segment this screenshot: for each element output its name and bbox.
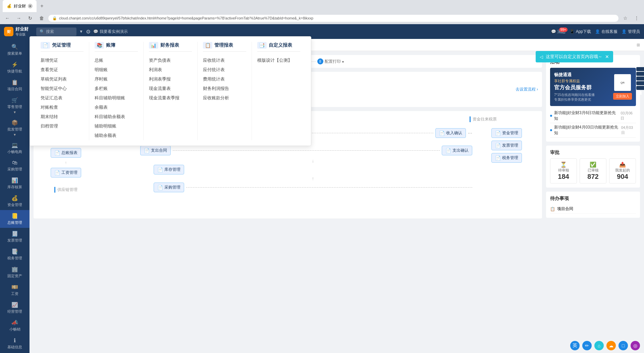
menu-item-archive[interactable]: 归档管理 — [41, 121, 84, 131]
edge-tab-community[interactable]: 服务社区 — [636, 81, 644, 85]
finance-report-title: 财务报表 — [160, 42, 179, 48]
menu-item-expense-stats[interactable]: 费用统计表 — [203, 74, 246, 84]
nav-expand-btn[interactable]: ⊞ — [637, 43, 640, 47]
bottom-btn-2[interactable]: ✏ — [582, 341, 592, 350]
online-service-btn[interactable]: 👤 在线客服 — [595, 29, 618, 35]
approval-stat-initiated[interactable]: 📤 我发起的 904 — [609, 158, 636, 184]
approval-stat-pending[interactable]: ⏳ 待审核 184 — [550, 158, 577, 184]
join-btn[interactable]: 立刻加入 — [613, 93, 632, 100]
salary-mgmt-node[interactable]: 📄 工资管理 — [51, 168, 81, 178]
menu-item-reconcile[interactable]: 对账检查 — [41, 103, 84, 112]
supply-chain-title: 供应链管理 — [54, 187, 77, 193]
sidebar-item-inventory[interactable]: 📊 库存核算 — [0, 174, 30, 192]
sidebar-item-retail[interactable]: 🛒 零售管理 ▼ — [0, 94, 30, 117]
menu-item-draft-voucher[interactable]: 草稿凭证列表 — [41, 74, 84, 84]
edge-tab-home-settings[interactable]: 首页设置 — [636, 67, 644, 71]
menu-item-receivable-analysis[interactable]: 应收账款分析 — [203, 93, 246, 103]
sidebar-item-purchase[interactable]: 🛍 采购管理 — [0, 157, 30, 174]
address-bar[interactable]: 🔒 cloud.chanjet.com/cc/u6d89qwnryel/57bf… — [48, 15, 619, 22]
tax-label: 税务管理 — [502, 155, 518, 161]
tip-close-btn[interactable]: ✕ — [605, 54, 609, 59]
menu-item-profit-quarterly[interactable]: 利润表季报 — [149, 74, 192, 84]
capital-mgmt-node[interactable]: 📄 资金管理 — [491, 128, 522, 138]
purchase-mgmt-node[interactable]: 📄 采购管理 — [154, 183, 184, 192]
header-dropdown-btn[interactable]: ▼ — [79, 29, 83, 34]
bottom-btn-6[interactable]: ◎ — [631, 341, 640, 350]
approved-value: 872 — [583, 173, 603, 181]
sidebar-operations-icon: 📈 — [11, 302, 18, 308]
nav-refresh-btn[interactable]: ↻ — [25, 13, 35, 23]
bottom-btn-3[interactable]: ⌂ — [594, 341, 604, 350]
tax-mgmt-node[interactable]: 📄 税务管理 — [491, 153, 522, 163]
sidebar-item-operations[interactable]: 📈 经营管理 — [0, 299, 30, 317]
menu-item-multi-column[interactable]: 多栏账 — [95, 84, 138, 93]
menu-item-general-ledger[interactable]: 总账 — [95, 56, 138, 65]
new-tab-btn[interactable]: + — [38, 2, 46, 10]
sidebar-item-shortcut[interactable]: ⚡ 快捷导航 — [0, 59, 30, 77]
menu-item-payable-stats[interactable]: 应付统计表 — [203, 65, 246, 74]
header-search-box[interactable]: 🔍 搜索 — [36, 28, 76, 36]
invoice-mgmt-node[interactable]: 📄 发票管理 — [491, 141, 522, 150]
menu-item-cashflow[interactable]: 现金流量表 — [149, 84, 192, 93]
sidebar-item-basic[interactable]: ℹ 基础信息 — [0, 335, 30, 352]
expense-confirm-node[interactable]: 📄 支出确认 — [442, 146, 472, 155]
news-item-2[interactable]: 新功能|好业财4月03日功能更新抢先知 04月03日 — [550, 123, 636, 138]
edge-tab-help[interactable]: 帮助中心 — [636, 72, 644, 76]
tab-close-btn[interactable]: × — [28, 4, 33, 8]
sidebar-item-wholesale[interactable]: 📦 批发管理 ▼ — [0, 117, 30, 139]
menu-item-voucher-summary[interactable]: 凭证汇总表 — [41, 93, 84, 103]
bottom-btn-4[interactable]: ☁ — [606, 341, 616, 350]
sidebar-item-marketing[interactable]: 📣 小畅销 — [0, 317, 30, 335]
active-tab[interactable]: 💰 好业财 × — [3, 0, 37, 12]
inventory-mgmt-node[interactable]: 📄 库存管理 — [154, 165, 184, 174]
menu-item-subject-balance[interactable]: 科目辅助余额表 — [95, 112, 138, 121]
menu-item-smart-voucher[interactable]: 智能凭证中心 — [41, 84, 84, 93]
browser-star-icon[interactable]: ☆ — [621, 13, 630, 23]
menu-item-receivable-stats[interactable]: 应收统计表 — [203, 56, 246, 65]
bottom-btn-5[interactable]: □ — [619, 341, 628, 350]
menu-item-add-voucher[interactable]: 新增凭证 — [41, 56, 84, 65]
sidebar-item-finance[interactable]: 💰 资金管理 — [0, 192, 30, 210]
sidebar-item-ecommerce[interactable]: 💻 小畅电商 — [0, 139, 30, 157]
menu-item-view-voucher[interactable]: 查看凭证 — [41, 65, 84, 74]
header-settings-icon[interactable]: ⚙ — [86, 29, 91, 35]
menu-item-balance[interactable]: 余额表 — [95, 103, 138, 112]
nav-back-btn[interactable]: ← — [3, 13, 12, 23]
browser-menu-icon[interactable]: ⋮ — [632, 13, 641, 23]
sidebar-item-search[interactable]: 🔍 搜索菜单 — [0, 41, 30, 59]
todo-item-1[interactable]: 📋 项目合同 — [550, 204, 636, 214]
expense-contract-node[interactable]: 📄 支出合同 — [140, 146, 171, 155]
user-menu-btn[interactable]: 👤 管理员 — [622, 29, 640, 35]
income-confirm-node[interactable]: 📄 收入确认 — [435, 128, 466, 138]
nav-delete-btn[interactable]: 🗑 — [37, 13, 46, 23]
message-btn[interactable]: 💬 消息 99+ — [551, 29, 566, 35]
sidebar-item-tax[interactable]: 📑 税务管理 — [0, 246, 30, 263]
menu-item-detail-ledger[interactable]: 明细账 — [95, 65, 138, 74]
header-demo-link[interactable]: 💬 我要看实例演示 — [93, 29, 128, 35]
set-flow-link[interactable]: 去设置流程 › — [516, 87, 538, 92]
app-download-btn[interactable]: 📱 App下载 — [570, 29, 591, 35]
edge-tab-hotline[interactable]: 客服热线 — [636, 77, 644, 81]
general-ledger-report-node[interactable]: 📄 总账报表 — [51, 148, 81, 158]
menu-item-aux-balance[interactable]: 辅助余额表 — [95, 131, 138, 140]
menu-item-template-design[interactable]: 模版设计【公测】 — [257, 56, 300, 65]
edge-tab-desktop[interactable]: 桌面快捷 — [636, 86, 644, 90]
menu-item-aux-detail[interactable]: 辅助明细账 — [95, 121, 138, 131]
menu-item-balance-sheet[interactable]: 资产负债表 — [149, 56, 192, 65]
menu-item-finance-profit[interactable]: 财务利润报告 — [203, 84, 246, 93]
nav-forward-btn[interactable]: → — [14, 13, 23, 23]
sidebar-item-accounting[interactable]: 📒 总账管理 — [0, 210, 30, 228]
news-item-1[interactable]: 新功能|好业财3月6日功能更新抢先知 03月06日 — [550, 109, 636, 123]
sidebar-item-salary[interactable]: 💴 工资 — [0, 281, 30, 299]
bottom-btn-1[interactable]: 英 — [570, 341, 580, 350]
step-8[interactable]: 8 配置打印 ● — [317, 58, 344, 64]
sidebar-item-project[interactable]: 📋 项目合同 — [0, 77, 30, 94]
menu-item-journal[interactable]: 序时账 — [95, 74, 138, 84]
approval-stat-approved[interactable]: ✅ 已审核 872 — [580, 158, 606, 184]
menu-item-profit[interactable]: 利润表 — [149, 65, 192, 74]
menu-item-subject-detail[interactable]: 科目辅助明细账 — [95, 93, 138, 103]
sidebar-item-invoice[interactable]: 🧾 发票管理 — [0, 228, 30, 246]
menu-item-period-end[interactable]: 期末结转 — [41, 112, 84, 121]
sidebar-item-fixed-assets[interactable]: 🏢 固定资产 — [0, 263, 30, 281]
menu-item-cashflow-quarterly[interactable]: 现金流量表季报 — [149, 93, 192, 103]
